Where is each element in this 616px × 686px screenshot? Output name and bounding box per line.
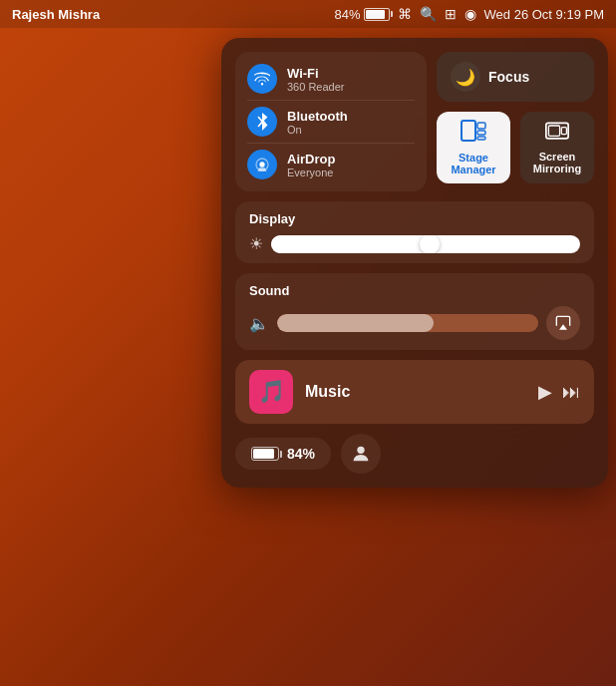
- airdrop-icon: [247, 150, 277, 179]
- airdrop-text: AirDrop Everyone: [287, 152, 335, 178]
- search-icon[interactable]: 🔍: [420, 6, 437, 22]
- user-account-button[interactable]: [341, 434, 381, 474]
- wifi-status: 360 Reader: [287, 81, 345, 93]
- music-label: Music: [305, 383, 526, 401]
- brightness-slider[interactable]: [271, 235, 580, 253]
- connectivity-panel: Wi-Fi 360 Reader Bluetooth On: [235, 52, 427, 191]
- music-app-icon: 🎵: [249, 370, 293, 414]
- battery-display: 84%: [335, 7, 390, 22]
- airplay-button[interactable]: [546, 306, 580, 340]
- volume-slider[interactable]: [277, 314, 538, 332]
- music-controls: ▶ ⏭: [538, 381, 580, 403]
- svg-rect-7: [561, 127, 566, 134]
- menubar-user: Rajesh Mishra: [12, 7, 100, 22]
- svg-rect-4: [477, 137, 485, 140]
- focus-button[interactable]: 🌙 Focus: [437, 52, 594, 102]
- brightness-slider-container: ☀: [249, 234, 580, 253]
- screen-mirroring-button[interactable]: ScreenMirroring: [520, 112, 594, 183]
- play-button[interactable]: ▶: [538, 381, 552, 403]
- bluetooth-name: Bluetooth: [287, 109, 348, 124]
- stage-manager-icon: [461, 120, 486, 148]
- wifi-name: Wi-Fi: [287, 66, 345, 81]
- airdrop-status: Everyone: [287, 167, 335, 178]
- wifi-text: Wi-Fi 360 Reader: [287, 66, 345, 93]
- volume-row: 🔈: [249, 306, 580, 340]
- control-center-icon[interactable]: ⊞: [445, 6, 457, 22]
- brightness-icon: ☀: [249, 234, 263, 253]
- screen-mirroring-label: ScreenMirroring: [533, 151, 581, 174]
- airdrop-name: AirDrop: [287, 152, 335, 167]
- control-center-panel: Wi-Fi 360 Reader Bluetooth On: [221, 38, 608, 488]
- wifi-item[interactable]: Wi-Fi 360 Reader: [235, 58, 427, 100]
- bluetooth-text: Bluetooth On: [287, 109, 348, 136]
- music-note-icon: 🎵: [258, 379, 285, 405]
- focus-label: Focus: [488, 69, 529, 85]
- bluetooth-icon: [247, 107, 277, 137]
- menubar-datetime: Wed 26 Oct 9:19 PM: [484, 7, 604, 22]
- focus-icon: 🌙: [451, 62, 480, 92]
- fast-forward-button[interactable]: ⏭: [562, 382, 580, 403]
- svg-rect-3: [477, 131, 485, 135]
- menubar: Rajesh Mishra 84% ⌘ 🔍 ⊞ ◉ Wed 26 Oct 9:1…: [0, 0, 616, 28]
- siri-icon[interactable]: ◉: [464, 6, 476, 22]
- top-row: Wi-Fi 360 Reader Bluetooth On: [235, 52, 594, 191]
- svg-rect-2: [477, 123, 485, 129]
- sound-title: Sound: [249, 283, 580, 298]
- stage-manager-button[interactable]: StageManager: [437, 112, 510, 183]
- battery-percent: 84%: [335, 7, 361, 22]
- svg-rect-1: [462, 121, 475, 141]
- airdrop-item[interactable]: AirDrop Everyone: [235, 144, 427, 185]
- battery-icon: [364, 8, 390, 21]
- battery-widget-percent: 84%: [287, 446, 315, 462]
- battery-widget-icon: [251, 447, 279, 461]
- music-panel[interactable]: 🎵 Music ▶ ⏭: [235, 360, 594, 424]
- bluetooth-status: On: [287, 124, 348, 136]
- wifi-menubar-icon[interactable]: ⌘: [398, 6, 412, 22]
- screen-mirror-icon: [545, 122, 569, 147]
- bottom-row: 84%: [235, 434, 594, 474]
- sound-panel: Sound 🔈: [235, 273, 594, 350]
- display-title: Display: [249, 211, 580, 226]
- svg-rect-6: [548, 126, 559, 136]
- menubar-right: 84% ⌘ 🔍 ⊞ ◉ Wed 26 Oct 9:19 PM: [335, 6, 604, 22]
- display-panel: Display ☀: [235, 201, 594, 263]
- right-col: 🌙 Focus StageManager: [437, 52, 594, 191]
- svg-point-8: [357, 447, 364, 454]
- stage-screen-row: StageManager ScreenMirroring: [437, 112, 594, 183]
- battery-widget[interactable]: 84%: [235, 438, 331, 470]
- svg-point-0: [259, 162, 264, 167]
- stage-manager-label: StageManager: [451, 152, 495, 175]
- volume-icon: 🔈: [249, 314, 269, 333]
- bluetooth-item[interactable]: Bluetooth On: [235, 101, 427, 143]
- wifi-icon: [247, 64, 277, 94]
